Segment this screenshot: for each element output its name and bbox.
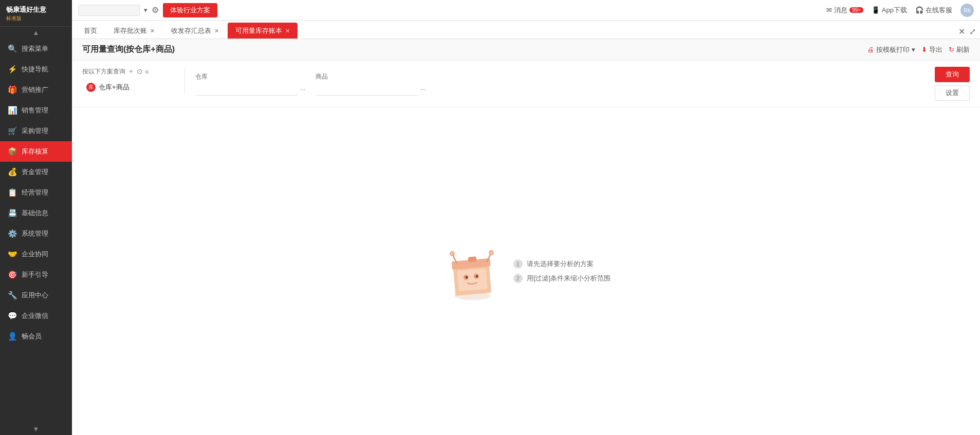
tab-expand-icon[interactable]: ⤢ — [969, 27, 976, 36]
tabbar-actions: ✕ ⤢ — [958, 27, 976, 39]
quicknav-icon: ⚡ — [7, 64, 17, 74]
empty-illustration — [441, 240, 503, 302]
tip-text-2: 用[过滤]条件来缩小分析范围 — [527, 274, 611, 283]
topbar-gear-icon[interactable]: ⚙ — [152, 5, 159, 15]
export-icon: ⬇ — [921, 46, 927, 53]
print-btn[interactable]: 🖨 按模板打印 ▾ — [867, 45, 915, 54]
message-btn[interactable]: ✉ 消息 99+ — [826, 6, 863, 15]
marketing-icon: 🎁 — [7, 85, 17, 95]
scheme-item-warehouse-goods[interactable]: 库 仓库+商品 — [82, 80, 178, 94]
sidebar: 畅康通好生意 标准版 ▲ 🔍 搜索菜单 ⚡ 快捷导航 🎁 营销推广 📊 销售管理… — [0, 0, 72, 435]
svg-point-6 — [476, 275, 478, 277]
tab-summary-label: 收发存汇总表 — [171, 26, 211, 35]
query-btn[interactable]: 查询 — [935, 67, 970, 82]
tip-num-2: 2 — [513, 274, 523, 283]
tab-available-qty[interactable]: 可用量库存账本 ✕ — [228, 23, 298, 39]
guide-icon: 🎯 — [7, 270, 17, 280]
app-name: 畅康通好生意 — [6, 5, 66, 14]
sidebar-item-label: 基础信息 — [22, 209, 48, 218]
sidebar-item-label: 企业协同 — [22, 250, 48, 259]
empty-svg — [441, 240, 503, 302]
sidebar-item-search[interactable]: 🔍 搜索菜单 — [0, 39, 72, 59]
tab-summary[interactable]: 收发存汇总表 ✕ — [163, 23, 227, 39]
goods-more-btn[interactable]: ··· — [420, 86, 426, 93]
filter-settings-btn[interactable]: 设置 — [935, 85, 970, 101]
filter-field-warehouse: 仓库 ··· — [195, 72, 305, 96]
scheme-item-label: 仓库+商品 — [99, 83, 130, 92]
filter-area: 按以下方案查询 ＋ ⊙ « 库 仓库+商品 仓库 — [72, 61, 980, 107]
print-btn-label: 按模板打印 — [876, 45, 910, 54]
sidebar-item-operations[interactable]: 📋 经营管理 — [0, 182, 72, 203]
tab-close-window-icon[interactable]: ✕ — [958, 27, 965, 36]
tab-inventory-batch-label: 库存批次账 — [114, 26, 147, 35]
sidebar-item-collab[interactable]: 🤝 企业协同 — [0, 244, 72, 264]
warehouse-input[interactable] — [195, 83, 298, 96]
service-icon: 🎧 — [915, 6, 923, 14]
tab-close-icon[interactable]: ✕ — [150, 28, 155, 34]
sidebar-item-quicknav[interactable]: ⚡ 快捷导航 — [0, 59, 72, 80]
scheme-header-label: 按以下方案查询 — [82, 67, 125, 76]
sidebar-item-appcenter[interactable]: 🔧 应用中心 — [0, 285, 72, 306]
add-scheme-icon[interactable]: ＋ — [127, 67, 135, 76]
warehouse-more-btn[interactable]: ··· — [300, 86, 305, 93]
collapse-scheme-icon[interactable]: « — [145, 67, 149, 75]
tab-home-label: 首页 — [84, 26, 97, 35]
industry-btn[interactable]: 体验行业方案 — [163, 3, 217, 17]
app-edition: 标准版 — [6, 15, 66, 22]
topbar-search-input[interactable] — [78, 5, 140, 16]
tab-home[interactable]: 首页 — [76, 23, 105, 39]
sidebar-item-label: 应用中心 — [22, 291, 48, 300]
sidebar-item-marketing[interactable]: 🎁 营销推广 — [0, 80, 72, 100]
sidebar-item-purchase[interactable]: 🛒 采购管理 — [0, 121, 72, 141]
message-label: 消息 — [834, 6, 847, 15]
sidebar-item-label: 经营管理 — [22, 188, 48, 197]
sidebar-item-label: 新手引导 — [22, 270, 48, 279]
filter-scheme-panel: 按以下方案查询 ＋ ⊙ « 库 仓库+商品 — [82, 67, 185, 94]
tip-num-1: 1 — [513, 259, 523, 269]
online-service-btn[interactable]: 🎧 在线客服 — [915, 6, 952, 15]
topbar-chevron-icon[interactable]: ▾ — [144, 6, 147, 14]
page-actions: 🖨 按模板打印 ▾ ⬇ 导出 ↻ 刷新 — [867, 45, 970, 54]
sidebar-item-sales[interactable]: 📊 销售管理 — [0, 100, 72, 121]
svg-point-12 — [489, 251, 493, 255]
sidebar-item-finance[interactable]: 💰 资金管理 — [0, 162, 72, 182]
sidebar-nav: 🔍 搜索菜单 ⚡ 快捷导航 🎁 营销推广 📊 销售管理 🛒 采购管理 📦 库存核… — [0, 39, 72, 423]
collab-icon: 🤝 — [7, 249, 17, 259]
print-icon: 🖨 — [867, 46, 874, 53]
sidebar-item-system[interactable]: ⚙️ 系统管理 — [0, 223, 72, 244]
scheme-icon-text: 库 — [88, 84, 94, 91]
filter-field-goods: 商品 ··· — [316, 72, 426, 96]
sidebar-scroll-down[interactable]: ▼ — [0, 423, 72, 435]
export-btn[interactable]: ⬇ 导出 — [921, 45, 942, 54]
goods-input[interactable] — [316, 83, 418, 96]
page-title: 可用量查询(按仓库+商品) — [82, 44, 175, 55]
app-download-label: App下载 — [882, 6, 907, 15]
tab-available-qty-label: 可用量库存账本 — [235, 26, 282, 35]
sidebar-item-weixin[interactable]: 💬 企业微信 — [0, 306, 72, 326]
finance-icon: 💰 — [7, 167, 17, 177]
empty-state: 1 请先选择要分析的方案 2 用[过滤]条件来缩小分析范围 — [72, 107, 980, 435]
filter-action-btns: 查询 设置 — [935, 67, 970, 101]
filter-scheme-header: 按以下方案查询 ＋ ⊙ « — [82, 67, 178, 76]
appcenter-icon: 🔧 — [7, 290, 17, 300]
message-icon: ✉ — [826, 6, 832, 14]
svg-rect-8 — [468, 256, 476, 262]
sidebar-scroll-up[interactable]: ▲ — [0, 27, 72, 39]
tab-inventory-batch[interactable]: 库存批次账 ✕ — [106, 23, 162, 39]
user-avatar-area[interactable]: Rit — [960, 4, 974, 17]
sidebar-item-basic-info[interactable]: 📇 基础信息 — [0, 203, 72, 223]
sidebar-item-guide[interactable]: 🎯 新手引导 — [0, 264, 72, 285]
sidebar-item-label: 搜索菜单 — [22, 44, 48, 53]
edit-scheme-icon[interactable]: ⊙ — [137, 67, 143, 75]
warehouse-label: 仓库 — [195, 72, 305, 81]
sidebar-item-member[interactable]: 👤 畅会员 — [0, 326, 72, 347]
sidebar-item-inventory[interactable]: 📦 库存核算 — [0, 141, 72, 162]
refresh-icon: ↻ — [949, 46, 954, 53]
refresh-btn[interactable]: ↻ 刷新 — [949, 45, 970, 54]
tab-close-icon[interactable]: ✕ — [214, 28, 219, 34]
empty-tip-1: 1 请先选择要分析的方案 — [513, 259, 611, 269]
sidebar-item-label: 营销推广 — [22, 85, 48, 94]
tab-close-icon[interactable]: ✕ — [285, 28, 290, 34]
app-download-btn[interactable]: 📱 App下载 — [872, 6, 907, 15]
sidebar-item-label: 销售管理 — [22, 106, 48, 115]
